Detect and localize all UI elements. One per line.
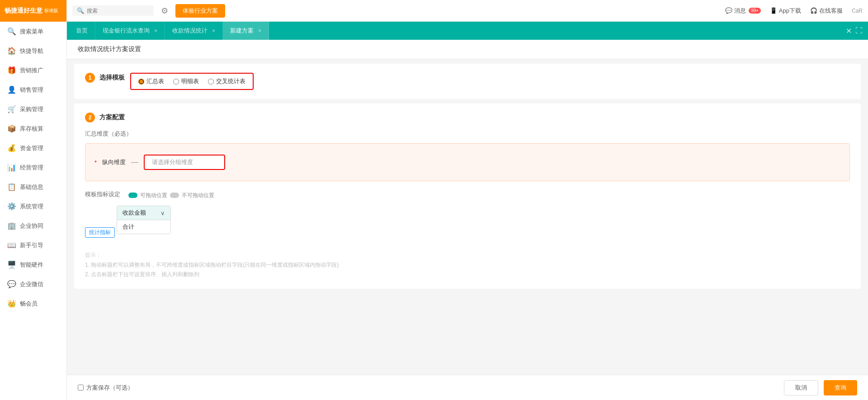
base-info-icon: 📋: [7, 183, 16, 191]
online-service-button[interactable]: 🎧 在线客服: [810, 7, 843, 15]
metrics-table: 收款金额 ∨ 合计: [117, 206, 171, 234]
save-plan-checkbox[interactable]: [78, 385, 84, 391]
step1-section: 1 选择模板 汇总表 明细表 交叉统计表: [74, 64, 861, 99]
hardware-icon: 🖥️: [7, 260, 16, 269]
step2-label: 2 方案配置: [85, 113, 850, 122]
metrics-chevron-icon[interactable]: ∨: [160, 210, 165, 216]
radio-cross-label: 交叉统计表: [216, 77, 245, 85]
sidebar-item-search-menu[interactable]: 🔍搜索菜单: [0, 22, 66, 41]
online-service-label: 在线客服: [819, 7, 843, 15]
sidebar-item-quick-nav[interactable]: 🏠快捷导航: [0, 41, 66, 61]
inventory-label: 库存核算: [20, 125, 43, 133]
step1-label: 1 选择模板: [85, 73, 125, 83]
dimension-area: * 纵向维度 — 请选择分组维度: [85, 143, 850, 181]
main-area: 🔍 ⚙ 体验行业方案 💬 消息 99+ 📱 App下载 🎧 在线客服 CaR 首…: [67, 0, 868, 400]
radio-summary[interactable]: 汇总表: [138, 77, 164, 85]
sidebar: 畅捷通好生意 标准版 🔍搜索菜单🏠快捷导航🎁营销推广👤销售管理🛒采购管理📦库存核…: [0, 0, 67, 400]
step2-circle: 2: [85, 113, 95, 122]
tab-label-receipt-stats: 收款情况统计: [172, 27, 208, 35]
metrics-body: 合计: [117, 220, 170, 234]
page-header: 收款情况统计方案设置: [67, 40, 868, 59]
guide-label: 新手引导: [20, 241, 43, 249]
not-draggable-badge: [170, 193, 179, 198]
finance-icon: 💰: [7, 144, 16, 152]
radio-cross-input[interactable]: [208, 79, 214, 85]
message-icon: 💬: [725, 7, 732, 14]
metrics-section-title: 模板指标设定: [85, 190, 120, 198]
required-indicator: *: [94, 159, 97, 166]
search-input[interactable]: [87, 8, 146, 14]
sidebar-item-system[interactable]: ⚙️系统管理: [0, 197, 66, 216]
app-download-label: App下载: [779, 7, 801, 15]
guide-icon: 📖: [7, 241, 16, 249]
tab-new-plan[interactable]: 新建方案×: [223, 22, 269, 40]
app-icon: 📱: [770, 7, 777, 14]
tab-label-home: 首页: [76, 27, 88, 35]
message-button[interactable]: 💬 消息 99+: [725, 7, 761, 15]
radio-detail-label: 明细表: [181, 77, 199, 85]
radio-cross[interactable]: 交叉统计表: [208, 77, 245, 85]
metrics-label-badge: 统计指标: [85, 227, 115, 238]
purchase-icon: 🛒: [7, 105, 16, 113]
tab-close-cash-query[interactable]: ×: [154, 28, 157, 34]
message-label: 消息: [734, 7, 746, 15]
system-label: 系统管理: [20, 202, 43, 211]
radio-summary-input[interactable]: [138, 79, 144, 85]
cancel-button[interactable]: 取消: [784, 380, 818, 395]
search-menu-label: 搜索菜单: [20, 28, 43, 36]
service-icon: 🎧: [810, 7, 817, 14]
dim-select-dropdown[interactable]: 请选择分组维度: [144, 155, 225, 170]
arrow-icon: —: [131, 158, 138, 166]
marketing-icon: 🎁: [7, 66, 16, 75]
tab-close-new-plan[interactable]: ×: [258, 28, 261, 34]
tips-section: 提示： 1. 拖动标题栏可以调整布局，不可跨维度或指标区域拖动栏目字段(只能在同…: [85, 250, 850, 280]
save-plan-checkbox-label[interactable]: 方案保存（可选）: [78, 384, 133, 392]
hardware-label: 智能硬件: [20, 261, 43, 269]
tab-bar: 首页现金银行流水查询×收款情况统计×新建方案× ✕ ⛶: [67, 22, 868, 40]
metrics-header-label: 收款金额: [123, 209, 146, 217]
enterprise-icon: 🏢: [7, 221, 16, 230]
sidebar-item-finance[interactable]: 💰资金管理: [0, 138, 66, 158]
sidebar-item-sales[interactable]: 👤销售管理: [0, 80, 66, 99]
sidebar-item-operations[interactable]: 📊经营管理: [0, 158, 66, 177]
tabs-actions: ✕ ⛶: [846, 27, 868, 35]
sidebar-item-guide[interactable]: 📖新手引导: [0, 235, 66, 255]
member-label: 畅会员: [20, 300, 38, 308]
content-area: 收款情况统计方案设置 1 选择模板 汇总表 明细表: [67, 40, 868, 400]
trial-industry-button[interactable]: 体验行业方案: [175, 4, 225, 18]
quick-nav-icon: 🏠: [7, 47, 16, 55]
header-search-box[interactable]: 🔍: [72, 5, 154, 16]
settings-icon[interactable]: ⚙: [161, 6, 168, 16]
draggable-label: 可拖动位置: [140, 192, 167, 199]
sales-label: 销售管理: [20, 86, 43, 94]
save-plan-label: 方案保存（可选）: [86, 384, 133, 392]
sidebar-item-member[interactable]: 👑畅会员: [0, 294, 66, 313]
radio-detail-input[interactable]: [173, 79, 179, 85]
step1-circle: 1: [85, 73, 95, 83]
tab-cash-query[interactable]: 现金银行流水查询×: [95, 22, 165, 40]
wechat-label: 企业微信: [20, 280, 43, 288]
tab-home[interactable]: 首页: [67, 22, 95, 40]
close-window-icon[interactable]: ✕: [846, 27, 852, 35]
vertical-dim-label: 纵向维度: [102, 158, 126, 166]
dimension-section-title: 汇总维度（必选）: [85, 130, 850, 138]
vertical-dim-row: * 纵向维度 — 请选择分组维度: [94, 155, 840, 170]
tab-receipt-stats[interactable]: 收款情况统计×: [165, 22, 223, 40]
system-icon: ⚙️: [7, 202, 16, 211]
query-button[interactable]: 查询: [824, 380, 857, 395]
tip-item-2: 2. 点击标题栏下拉可设置排序、插入列和删除列: [85, 270, 850, 280]
sidebar-item-enterprise[interactable]: 🏢企业协同: [0, 216, 66, 235]
sidebar-item-hardware[interactable]: 🖥️智能硬件: [0, 255, 66, 274]
sidebar-item-purchase[interactable]: 🛒采购管理: [0, 99, 66, 119]
app-download-button[interactable]: 📱 App下载: [770, 7, 801, 15]
sidebar-item-marketing[interactable]: 🎁营销推广: [0, 61, 66, 80]
sidebar-item-base-info[interactable]: 📋基础信息: [0, 177, 66, 197]
sidebar-item-wechat[interactable]: 💬企业微信: [0, 274, 66, 294]
wechat-icon: 💬: [7, 280, 16, 288]
radio-detail[interactable]: 明细表: [173, 77, 199, 85]
sidebar-logo-text: 畅捷通好生意: [5, 7, 42, 15]
sidebar-item-inventory[interactable]: 📦库存核算: [0, 119, 66, 138]
tab-close-receipt-stats[interactable]: ×: [212, 28, 215, 34]
finance-label: 资金管理: [20, 144, 43, 152]
expand-icon[interactable]: ⛶: [855, 27, 863, 35]
